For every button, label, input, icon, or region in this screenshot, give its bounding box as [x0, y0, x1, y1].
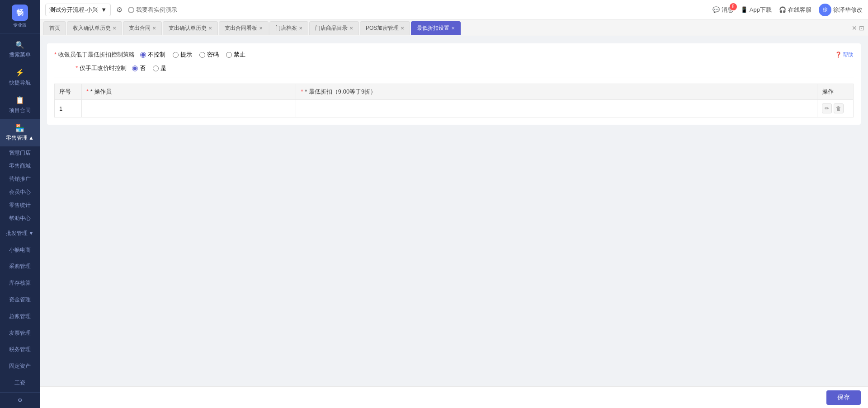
col-seq: 序号	[55, 84, 82, 100]
help-label: 帮助	[843, 51, 854, 59]
col-operator-label: * 操作员	[90, 88, 112, 95]
edit-button[interactable]: ✏	[822, 103, 832, 113]
tab-payment-board[interactable]: 支出合同看板 ✕	[219, 21, 269, 35]
sidebar-item-label: 项目合同	[9, 107, 31, 114]
required-star: *	[54, 51, 58, 58]
sidebar-item-retail-mall[interactable]: 零售商城	[0, 159, 40, 173]
expand-icon: ▲	[28, 134, 34, 142]
manual-yes-option[interactable]: 是	[153, 64, 166, 72]
help-link[interactable]: ❓ 帮助	[835, 51, 854, 59]
sidebar-item-inventory[interactable]: 库存核算	[0, 275, 40, 291]
close-icon[interactable]: ✕	[208, 26, 212, 31]
topbar-right: 💬 消息 8 📱 App下载 🎧 在线客服 徐 徐泽华修改	[712, 4, 863, 16]
table-row: 1 ✏ 🗑	[55, 100, 854, 117]
manual-label-text: 仅手工改价时控制	[80, 65, 127, 71]
tab-payment-contract[interactable]: 支出合同 ✕	[123, 21, 162, 35]
strategy-no-control-radio[interactable]	[140, 52, 146, 58]
tab-store-products[interactable]: 门店商品目录 ✕	[309, 21, 359, 35]
close-icon[interactable]: ✕	[152, 26, 156, 31]
tab-home[interactable]: 首页	[43, 21, 66, 35]
strategy-prompt-radio[interactable]	[173, 52, 179, 58]
page-content: * 收银员低于最低折扣控制策略 不控制 提示 密码	[40, 36, 868, 386]
demo-label: 我要看实例演示	[136, 6, 177, 14]
sidebar-item-wholesale[interactable]: 批发管理 ▼	[0, 225, 40, 242]
close-icon[interactable]: ✕	[349, 26, 353, 31]
strategy-forbid-option[interactable]: 禁止	[226, 51, 245, 59]
tab-min-discount[interactable]: 最低折扣设置 ✕	[411, 21, 461, 35]
close-icon[interactable]: ✕	[299, 26, 302, 31]
tab-income-history[interactable]: 收入确认单历史 ✕	[67, 21, 122, 35]
tab-pos-pwd-label: POS加密管理	[366, 24, 399, 32]
manual-form-row: * 仅手工改价时控制 否 是	[54, 64, 854, 72]
tab-expand-icon[interactable]: ⊡	[859, 24, 864, 32]
sidebar-item-label: 工资	[14, 379, 25, 387]
service-icon: 🎧	[779, 6, 786, 13]
demo-circle-icon	[128, 7, 134, 13]
seq-value: 1	[59, 105, 62, 112]
sidebar-item-retail-mgmt[interactable]: 🏪 零售管理 ▲	[0, 119, 40, 146]
col-min-discount-label: * 最低折扣（9.00等于9折）	[305, 88, 376, 95]
manual-radio-group: 否 是	[132, 64, 166, 72]
col-seq-label: 序号	[59, 88, 71, 95]
main-wrapper: 测试分开流程-小兴 ▼ ⚙ 我要看实例演示 💬 消息 8 📱 App下载 🎧 在…	[40, 0, 868, 408]
strategy-no-control-label: 不控制	[148, 51, 165, 59]
sidebar-item-fixed-assets[interactable]: 固定资产	[0, 358, 40, 375]
strategy-password-option[interactable]: 密码	[199, 51, 219, 59]
sidebar-item-finance[interactable]: 资金管理	[0, 291, 40, 308]
delete-button[interactable]: 🗑	[834, 103, 844, 113]
sidebar-item-project[interactable]: 📋 项目合同	[0, 91, 40, 118]
sidebar-item-marketing[interactable]: 营销推广	[0, 173, 40, 186]
strategy-no-control-option[interactable]: 不控制	[140, 51, 165, 59]
tabbar-actions: ✕ ⊡	[852, 24, 864, 32]
tab-income-history-label: 收入确认单历史	[73, 24, 111, 32]
sidebar-item-salary[interactable]: 工资	[0, 375, 40, 391]
manual-yes-radio[interactable]	[153, 66, 159, 71]
strategy-forbid-radio[interactable]	[226, 52, 232, 58]
tab-close-all-icon[interactable]: ✕	[852, 24, 857, 32]
tab-pos-pwd[interactable]: POS加密管理 ✕	[360, 21, 410, 35]
sidebar-item-search[interactable]: 🔍 搜索菜单	[0, 36, 40, 63]
sidebar-item-label: 零售商城	[2, 162, 38, 170]
close-icon[interactable]: ✕	[451, 26, 455, 31]
sidebar-item-invoice[interactable]: 发票管理	[0, 325, 40, 342]
tab-payment-confirm-history[interactable]: 支出确认单历史 ✕	[163, 21, 218, 35]
close-icon[interactable]: ✕	[259, 26, 263, 31]
sidebar-settings[interactable]: ⚙	[0, 392, 40, 408]
project-selector[interactable]: 测试分开流程-小兴 ▼	[45, 4, 111, 16]
sidebar-item-label: 帮助中心	[2, 215, 38, 222]
strategy-prompt-option[interactable]: 提示	[173, 51, 192, 59]
strategy-password-label: 密码	[207, 51, 219, 59]
sidebar-item-help[interactable]: 帮助中心	[0, 212, 40, 225]
save-button[interactable]: 保存	[826, 390, 861, 405]
sidebar-item-retail-stats[interactable]: 零售统计	[0, 199, 40, 212]
cell-operator	[82, 100, 296, 117]
sidebar-item-shortcut[interactable]: ⚡ 快捷导航	[0, 63, 40, 91]
sidebar-item-ledger[interactable]: 总账管理	[0, 308, 40, 325]
demo-link[interactable]: 我要看实例演示	[128, 6, 177, 14]
sidebar-item-ecommerce[interactable]: 小畅电商	[0, 242, 40, 258]
project-name: 测试分开流程-小兴	[49, 6, 98, 14]
user-menu[interactable]: 徐 徐泽华修改	[819, 4, 863, 16]
tab-store-file[interactable]: 门店档案 ✕	[269, 21, 308, 35]
customer-service-btn[interactable]: 🎧 在线客服	[779, 6, 811, 14]
manual-no-option[interactable]: 否	[132, 64, 146, 72]
retail-icon: 🏪	[15, 123, 24, 133]
sidebar-item-smart-store[interactable]: 智慧门店	[0, 146, 40, 159]
strategy-prompt-label: 提示	[180, 51, 192, 59]
sidebar-item-tax[interactable]: 税务管理	[0, 341, 40, 358]
logo-icon: 畅	[12, 5, 28, 21]
topbar-settings-icon[interactable]: ⚙	[116, 5, 123, 14]
app-download-btn[interactable]: 📱 App下载	[741, 6, 772, 14]
manual-no-radio[interactable]	[132, 66, 138, 71]
sidebar-item-label: 快捷导航	[9, 79, 31, 87]
strategy-password-radio[interactable]	[199, 52, 205, 58]
sidebar-item-member[interactable]: 会员中心	[0, 186, 40, 199]
shortcut-icon: ⚡	[15, 68, 24, 78]
close-icon[interactable]: ✕	[401, 26, 404, 31]
messages-btn[interactable]: 💬 消息 8	[712, 6, 733, 14]
sidebar-item-label: 批发管理	[6, 230, 28, 237]
strategy-form-row: * 收银员低于最低折扣控制策略 不控制 提示 密码	[54, 51, 854, 59]
sidebar-item-label: 零售管理	[6, 134, 28, 142]
sidebar-item-purchase[interactable]: 采购管理	[0, 258, 40, 275]
close-icon[interactable]: ✕	[113, 26, 116, 31]
